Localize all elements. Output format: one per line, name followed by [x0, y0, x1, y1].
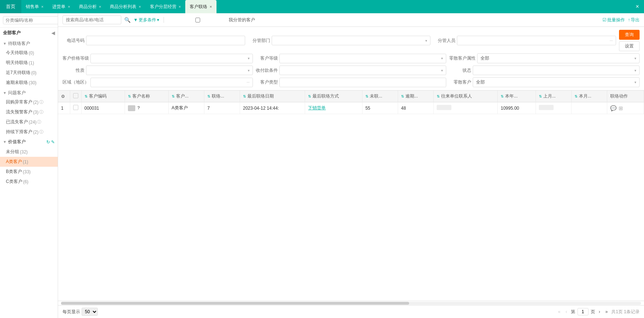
bulk-ops-button[interactable]: ☑ 批量操作 [602, 17, 625, 23]
filter-row-2: 客户价格等级 ▾ 客户等级 ▾ 零散客户属性 全部 [62, 53, 640, 63]
info-icon-repurchase[interactable]: ⓘ [39, 99, 43, 105]
col-customer-name: ⇅客户名称 [125, 91, 169, 102]
nav-customer-contact[interactable]: 客户联络 × [185, 0, 216, 13]
info-icon-declining[interactable]: ⓘ [39, 129, 43, 135]
customer-level-input[interactable]: ▾ [279, 54, 446, 63]
close-customer-segment-icon[interactable]: × [179, 4, 181, 9]
nav-customer-segment[interactable]: 客户分层经营 × [146, 0, 185, 13]
first-page-button[interactable]: « [557, 308, 562, 315]
close-sales-order-icon[interactable]: × [41, 4, 43, 9]
filter-dept: 分管部门 ▾ [248, 36, 431, 45]
area-label: 区域（地区） [62, 79, 89, 85]
sidebar-item-class-c[interactable]: C类客户 (6) [0, 177, 58, 187]
person-input[interactable]: ··· [457, 36, 616, 45]
prev-page-button[interactable]: ‹ [564, 308, 569, 315]
horizontal-scrollbar[interactable] [58, 301, 644, 305]
sidebar-item-declining[interactable]: 持续下滑客户 (2) ⓘ [0, 127, 58, 137]
retail-customer-input[interactable]: 全部 ▾ [473, 77, 640, 87]
row-checkbox[interactable] [73, 105, 78, 110]
sidebar-item-overdue-pending[interactable]: 逾期未联络 (30) [0, 78, 58, 88]
status-input[interactable]: ▾ [473, 66, 640, 75]
sidebar-item-tomorrow-pending[interactable]: 明天待联络 (1) [0, 58, 58, 68]
search-input[interactable] [62, 15, 121, 24]
payment-arrow-icon: ▾ [441, 68, 443, 73]
sidebar-search-area: 🔍 [0, 13, 58, 28]
nav-product-analysis[interactable]: 商品分析 × [75, 0, 105, 13]
all-customers-header[interactable]: 全部客户 ◀ [0, 28, 58, 38]
dept-input[interactable]: ▾ [272, 36, 431, 45]
sidebar-item-ungrouped[interactable]: 未分组 (32) [0, 147, 58, 157]
my-customers-checkbox-label[interactable]: 我分管的客户 [168, 17, 255, 23]
sidebar-item-repurchase-abnormal[interactable]: 回购异常客户 (2) ⓘ [0, 97, 58, 107]
sidebar-item-churn-warning[interactable]: 流失预警客户 (3) ⓘ [0, 107, 58, 117]
close-product-analysis-list-icon[interactable]: × [139, 4, 141, 9]
col-customer-code: ⇅客户编码 [81, 91, 125, 102]
area-input[interactable]: ··· [90, 78, 253, 87]
nav-sales-order[interactable]: 销售单 × [21, 0, 48, 13]
sidebar-item-churned[interactable]: 已流失客户 (24) ⓘ [0, 117, 58, 127]
sidebar-item-today-pending[interactable]: 今天待联络 (0) [0, 48, 58, 58]
dept-label: 分管部门 [248, 38, 270, 44]
info-icon-churn[interactable]: ⓘ [39, 109, 43, 115]
last-method-link[interactable]: 下销货单 [308, 105, 326, 110]
sidebar-item-7days-pending[interactable]: 近7天待联络 (0) [0, 68, 58, 78]
col-unlisted: ⇅未联... [362, 91, 398, 102]
settings-button[interactable]: 设置 [619, 41, 640, 51]
info-icon-churned[interactable]: ⓘ [37, 119, 41, 125]
col-contact-count: ⇅联络... [204, 91, 240, 102]
last-page-button[interactable]: » [604, 308, 609, 315]
sidebar-search-input[interactable] [3, 16, 58, 24]
pending-contact-group[interactable]: ▼ 待联络客户 [0, 38, 58, 48]
edit-icon[interactable]: ✎ [51, 139, 55, 145]
cell-name[interactable]: ？ [125, 102, 169, 114]
my-customers-checkbox[interactable] [168, 18, 227, 22]
value-customers-group[interactable]: ▼ 价值客户 ↻ ✎ [0, 137, 58, 147]
col-settings[interactable]: ⚙ [58, 91, 70, 102]
phone-label: 电话号码 [62, 38, 85, 44]
sidebar-item-class-b[interactable]: B类客户 (33) [0, 167, 58, 177]
query-button[interactable]: 查询 [619, 30, 640, 40]
window-close-button[interactable]: × [631, 0, 644, 13]
close-customer-contact-icon[interactable]: × [210, 4, 212, 9]
problem-customers-group[interactable]: ▼ 问题客户 [0, 88, 58, 97]
col-checkbox[interactable] [70, 91, 81, 102]
filter-search-icon[interactable]: 🔍 [124, 17, 130, 23]
per-page-label: 每页显示 [62, 309, 80, 315]
table-header-row: ⚙ ⇅客户编码 ⇅客户名称 ⇅客户... ⇅联络... ⇅最后联络日期 ⇅最后联… [58, 91, 644, 102]
header-checkbox[interactable] [73, 93, 78, 98]
filter-phone: 电话号码 [62, 36, 245, 45]
next-page-button[interactable]: › [597, 308, 602, 315]
phone-input[interactable] [86, 36, 245, 45]
nature-input[interactable]: ▾ [86, 66, 253, 75]
scrollbar-thumb[interactable] [61, 302, 409, 305]
grid-icon[interactable]: ⊞ [619, 105, 623, 111]
close-product-analysis-icon[interactable]: × [99, 4, 101, 9]
nav-home[interactable]: 首页 [0, 0, 21, 13]
nav-product-analysis-list[interactable]: 商品分析列表 × [105, 0, 145, 13]
customer-type-input[interactable] [279, 78, 446, 87]
message-icon[interactable]: 💬 [610, 105, 616, 111]
price-level-input[interactable]: ▾ [90, 54, 253, 63]
nav-purchase-order[interactable]: 进货单 × [48, 0, 74, 13]
collapse-sidebar-icon[interactable]: ◀ [51, 31, 55, 36]
col-last-contact-date: ⇅最后联络日期 [240, 91, 305, 102]
cell-unit-contact [434, 102, 498, 114]
filter-row-3: 性质 ▾ 收付款条件 ▾ 状态 [62, 66, 640, 75]
close-purchase-order-icon[interactable]: × [68, 4, 70, 9]
table-row: 1 000031 ？ A类客户 7 2023-04-12 14:44: 下销货单… [58, 102, 644, 114]
sidebar-item-class-a[interactable]: A类客户 (1) [0, 157, 58, 167]
payment-input[interactable]: ▾ [279, 66, 446, 75]
export-button[interactable]: ↑ 导出 [628, 17, 640, 23]
cell-checkbox[interactable] [70, 102, 81, 114]
more-conditions-button[interactable]: ▼ 更多条件 ▾ [133, 17, 159, 23]
cell-last-method[interactable]: 下销货单 [305, 102, 362, 114]
top-navigation: 首页 销售单 × 进货单 × 商品分析 × 商品分析列表 × 客户分层经营 × … [0, 0, 644, 13]
per-page-select[interactable]: 50 [82, 308, 98, 316]
refresh-icon[interactable]: ↻ [46, 139, 50, 145]
export-icon: ↑ [628, 17, 630, 22]
person-more-icon: ··· [610, 39, 613, 43]
all-customers-label: 全部客户 [3, 30, 21, 36]
retail-customer-arrow-icon: ▾ [634, 80, 636, 84]
retail-attr-input[interactable]: 全部 ▾ [477, 53, 640, 63]
page-number-input[interactable] [577, 308, 588, 315]
